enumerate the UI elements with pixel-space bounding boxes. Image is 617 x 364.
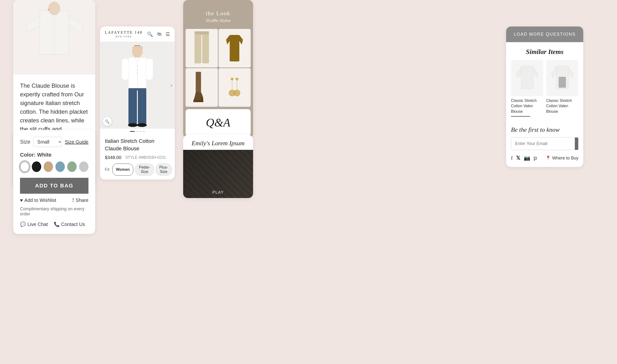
svg-rect-42 — [559, 77, 566, 88]
fit-tab-petite[interactable]: Petite-Size — [135, 164, 154, 176]
color-label: Color: White — [20, 152, 89, 158]
boots-svg — [192, 69, 211, 105]
svg-marker-25 — [226, 35, 230, 45]
similar-item-1-svg — [515, 62, 539, 94]
look-item-earrings[interactable] — [219, 68, 251, 107]
carousel-dot-2[interactable] — [136, 131, 138, 132]
contact-us-button[interactable]: 📞 Contact Us — [54, 221, 85, 227]
email-input[interactable] — [511, 138, 575, 150]
heart-icon: ♥ — [20, 197, 23, 203]
add-to-wishlist-button[interactable]: ♥ Add to Wishlist — [20, 197, 56, 203]
facebook-icon[interactable]: f — [511, 155, 513, 161]
svg-marker-38 — [533, 67, 538, 78]
add-to-bag-button[interactable]: ADD TO BAG — [20, 178, 89, 194]
similar-item-2[interactable]: Classic Stretch Cotton Valen Blouse — [546, 60, 578, 117]
color-swatch-white[interactable] — [20, 161, 29, 172]
fit-row: Fit Women Petite-Size Plus-Size — [105, 164, 170, 176]
instagram-icon[interactable]: 📷 — [524, 155, 530, 161]
svg-point-11 — [137, 65, 138, 66]
svg-rect-8 — [122, 58, 129, 80]
phone-icon: 📞 — [54, 221, 60, 227]
style-number: STYLE #MBX03H-0231 — [125, 155, 166, 160]
color-swatch-green[interactable] — [67, 161, 77, 172]
header-icons: 🔍 🛍 ☰ — [147, 31, 170, 37]
pants-svg — [192, 30, 211, 66]
share-icon: ⤴ — [72, 197, 74, 203]
load-more-questions-button[interactable]: LOAD MORE QUESTIONS — [506, 26, 583, 42]
carousel-dot-4[interactable] — [143, 131, 145, 132]
share-button[interactable]: ⤴ Share — [72, 197, 89, 203]
menu-icon[interactable]: ☰ — [166, 31, 170, 37]
twitter-icon[interactable]: 𝕏 — [516, 155, 520, 161]
similar-items-grid: Classic Stretch Cotton Valen Blouse — [511, 60, 578, 117]
size-guide-link[interactable]: Size Guide — [65, 139, 89, 145]
color-swatch-tan[interactable] — [44, 161, 53, 172]
look-item-pants[interactable] — [185, 29, 218, 67]
fit-tab-women[interactable]: Women — [112, 164, 133, 176]
carousel-dots — [100, 129, 175, 134]
svg-marker-41 — [568, 67, 573, 78]
similar-item-2-svg — [550, 62, 574, 94]
emily-video-panel: Emily's Lorem Ipsum PLAY — [183, 135, 253, 198]
svg-rect-29 — [201, 98, 203, 102]
carousel-dot-1[interactable] — [130, 131, 135, 132]
pinterest-icon[interactable]: 𝕡 — [534, 155, 538, 161]
fit-tab-plus[interactable]: Plus-Size — [156, 164, 171, 176]
svg-rect-22 — [195, 34, 201, 63]
svg-point-20 — [137, 123, 147, 127]
color-swatch-gray[interactable] — [79, 161, 89, 172]
look-grid — [185, 29, 251, 107]
svg-marker-2 — [69, 16, 83, 33]
where-to-buy-link[interactable]: 📍 Where to Buy — [545, 155, 578, 161]
qa-section: Q&A — [185, 109, 251, 136]
look-title: the Look — [188, 7, 248, 17]
carousel-next-button[interactable]: › — [171, 82, 172, 88]
product-price: $348.00 — [105, 155, 121, 160]
svg-rect-9 — [146, 58, 153, 80]
play-label: PLAY — [212, 190, 224, 195]
social-icons: f 𝕏 📷 𝕡 — [511, 155, 538, 161]
color-swatch-black[interactable] — [32, 161, 41, 172]
color-swatch-blue[interactable] — [55, 161, 65, 172]
similar-items-title: Similar Items — [511, 48, 578, 56]
pdp-mobile-panel: LAFAYETTE 148 NEW YORK 🔍 🛍 ☰ — [100, 26, 175, 180]
video-thumbnail[interactable]: PLAY — [183, 150, 253, 198]
size-row: Size Small XS Medium Large XL Size Guide — [20, 137, 89, 147]
carousel-dot-3[interactable] — [140, 131, 142, 132]
page-container: The Claude Blouse is expertly crafted fr… — [0, 0, 617, 364]
mobile-header: LAFAYETTE 148 NEW YORK 🔍 🛍 ☰ — [100, 26, 175, 42]
zoom-button[interactable]: 🔍 — [103, 117, 112, 126]
email-submit-button[interactable]: › — [575, 138, 578, 150]
coat-svg — [225, 30, 244, 66]
svg-point-30 — [231, 78, 234, 80]
search-icon[interactable]: 🔍 — [147, 31, 153, 37]
blouse-image-svg — [21, 1, 88, 74]
size-select[interactable]: Small XS Medium Large XL — [33, 137, 62, 147]
svg-rect-27 — [196, 72, 201, 93]
svg-rect-24 — [230, 35, 239, 61]
brand-logo: LAFAYETTE 148 NEW YORK — [105, 30, 143, 38]
svg-point-4 — [48, 2, 60, 15]
similar-item-2-image — [546, 60, 578, 96]
product-info: Italian Stretch Cotton Claude Blouse $34… — [100, 134, 175, 180]
look-item-boots[interactable] — [185, 68, 218, 107]
shop-the-look-panel: the Look Shuffle Styles — [183, 0, 253, 138]
size-label: Size — [20, 139, 30, 145]
color-swatches — [20, 161, 89, 172]
svg-point-5 — [48, 9, 49, 10]
fit-label: Fit — [105, 167, 109, 172]
similar-item-1[interactable]: Classic Stretch Cotton Valen Blouse — [511, 60, 543, 117]
shuffle-styles-button[interactable]: Shuffle Styles — [188, 18, 248, 23]
bag-icon[interactable]: 🛍 — [157, 31, 162, 37]
similar-item-2-name: Classic Stretch Cotton Valen Blouse — [546, 98, 578, 114]
similar-newsletter-panel: LOAD MORE QUESTIONS Similar Items Classi… — [506, 26, 583, 167]
emily-header: Emily's Lorem Ipsum — [183, 135, 253, 150]
similar-item-1-name: Classic Stretch Cotton Valen Blouse — [511, 98, 543, 114]
similar-item-1-image — [511, 60, 543, 96]
svg-point-13 — [137, 73, 138, 74]
live-chat-button[interactable]: 💬 Live Chat — [20, 221, 48, 227]
svg-marker-40 — [551, 67, 556, 78]
look-item-coat[interactable] — [219, 29, 251, 67]
similar-item-1-underline — [511, 116, 530, 117]
location-icon: 📍 — [545, 155, 551, 161]
